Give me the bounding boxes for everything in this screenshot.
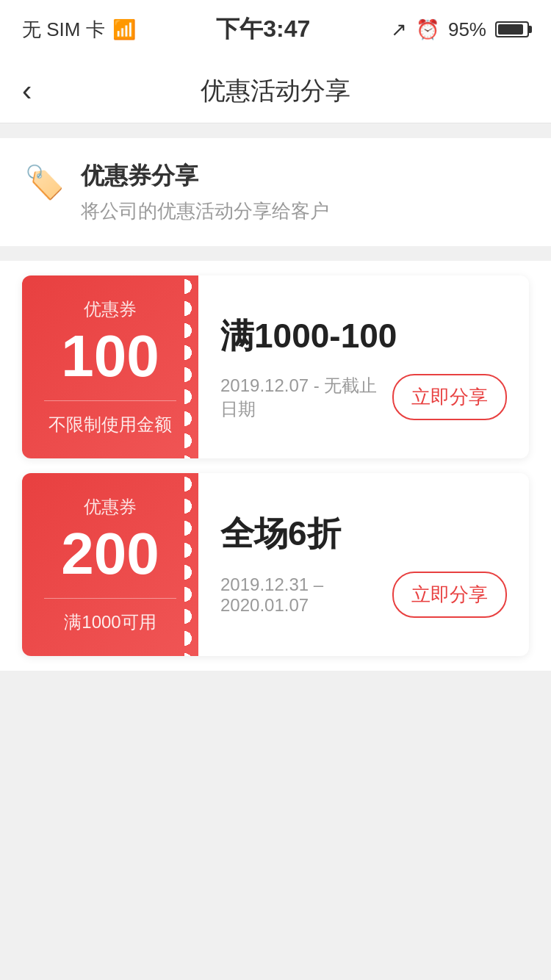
coupon-card-2: 优惠券 200 满1000可用 全场6折 2019.12.31 – 2020.0…: [22, 473, 529, 656]
carrier-text: 无 SIM 卡: [22, 17, 105, 43]
coupon-left-2: 优惠券 200 满1000可用: [22, 473, 198, 656]
coupon-card-1: 优惠券 100 不限制使用金额 满1000-100 2019.12.07 - 无…: [22, 275, 529, 458]
coupon-divider-1: [44, 400, 176, 401]
header-text-block: 优惠券分享 将公司的优惠活动分享给客户: [81, 160, 329, 224]
coupon-meta-1: 2019.12.07 - 无截止日期 立即分享: [220, 374, 507, 421]
coupon-condition-2: 满1000可用: [64, 610, 156, 634]
coupon-left-1: 优惠券 100 不限制使用金额: [22, 275, 198, 458]
coupon-amount-1: 100: [61, 327, 159, 386]
coupon-condition-1: 不限制使用金额: [48, 413, 172, 436]
header-title: 优惠券分享: [81, 160, 329, 192]
coupon-date-1: 2019.12.07 - 无截止日期: [220, 374, 385, 421]
coupon-right-2: 全场6折 2019.12.31 – 2020.01.07 立即分享: [198, 473, 529, 656]
page-title: 优惠活动分享: [201, 74, 350, 108]
coupon-right-1: 满1000-100 2019.12.07 - 无截止日期 立即分享: [198, 275, 529, 458]
coupon-amount-2: 200: [61, 525, 159, 583]
coupon-label-1: 优惠券: [84, 298, 137, 321]
back-button[interactable]: ‹: [22, 74, 32, 107]
coupon-name-2: 全场6折: [220, 511, 507, 557]
coupon-divider-2: [44, 598, 176, 599]
coupon-meta-2: 2019.12.31 – 2020.01.07 立即分享: [220, 572, 507, 618]
alarm-icon: ⏰: [416, 18, 439, 41]
header-subtitle: 将公司的优惠活动分享给客户: [81, 198, 329, 224]
coupon-list: 优惠券 100 不限制使用金额 满1000-100 2019.12.07 - 无…: [0, 261, 551, 671]
section-gap-2: [0, 246, 551, 261]
battery-icon: [495, 21, 529, 37]
coupon-date-2: 2019.12.31 – 2020.01.07: [220, 574, 385, 616]
coupon-name-1: 满1000-100: [220, 314, 507, 359]
location-icon: ↗: [391, 18, 407, 41]
share-button-1[interactable]: 立即分享: [392, 374, 507, 420]
header-section: 🏷️ 优惠券分享 将公司的优惠活动分享给客户: [0, 138, 551, 246]
status-time: 下午3:47: [216, 13, 310, 46]
nav-bar: ‹ 优惠活动分享: [0, 59, 551, 123]
status-bar: 无 SIM 卡 📶 下午3:47 ↗ ⏰ 95%: [0, 0, 551, 59]
share-button-2[interactable]: 立即分享: [392, 572, 507, 618]
header-icon: 🏷️: [22, 160, 66, 204]
status-left: 无 SIM 卡 📶: [22, 17, 136, 43]
wifi-icon: 📶: [112, 18, 136, 41]
bottom-space: [0, 671, 551, 980]
battery-percent: 95%: [448, 18, 486, 41]
coupon-label-2: 优惠券: [84, 495, 137, 519]
section-gap-1: [0, 123, 551, 138]
status-right: ↗ ⏰ 95%: [391, 18, 529, 41]
